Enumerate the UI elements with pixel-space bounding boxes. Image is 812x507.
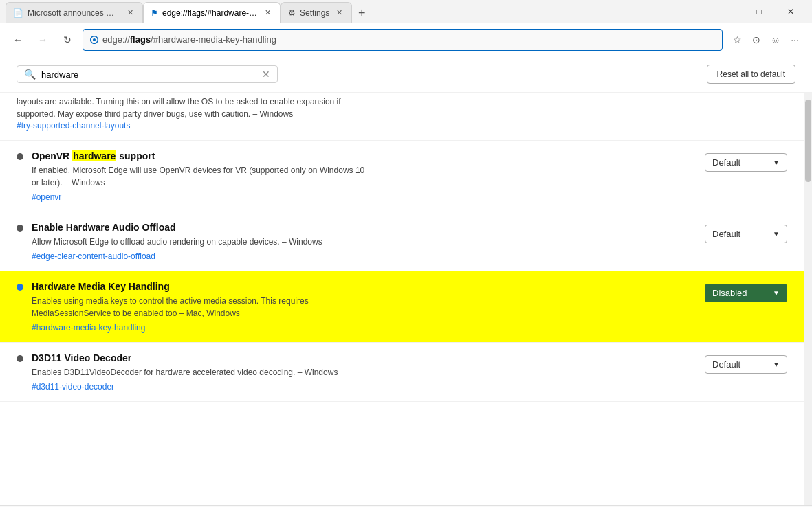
tab2-title: edge://flags/#hardware-media-k xyxy=(162,8,258,18)
flag-item-openvr: OpenVR hardware support If enabled, Micr… xyxy=(0,141,804,212)
address-bar: ← → ↻ edge://flags/#hardware-media-key-h… xyxy=(0,23,812,56)
tab2-close[interactable]: ✕ xyxy=(262,8,273,19)
back-button[interactable]: ← xyxy=(8,30,28,49)
scrollbar[interactable] xyxy=(804,93,812,505)
flag-name-openvr: OpenVR hardware support xyxy=(32,150,696,161)
tab-2[interactable]: ⚑ edge://flags/#hardware-media-k ✕ xyxy=(143,2,281,23)
tab3-close[interactable]: ✕ xyxy=(333,8,344,19)
flag-content-d3d11-video-decoder: D3D11 Video Decoder Enables D3D11VideoDe… xyxy=(32,352,696,392)
more-icon[interactable]: ··· xyxy=(786,31,804,49)
url-text: edge://flags/#hardware-media-key-handlin… xyxy=(102,34,716,45)
window-controls: ─ □ ✕ xyxy=(712,0,806,23)
search-bar-area: 🔍 ✕ Reset all to default xyxy=(0,56,812,93)
flag-dropdown-openvr-value: Default xyxy=(712,157,740,168)
flag-dot-hardware-media-key-handling xyxy=(17,284,23,291)
refresh-button[interactable]: ↻ xyxy=(58,30,77,49)
search-clear-icon[interactable]: ✕ xyxy=(262,69,270,80)
flag-dropdown-openvr[interactable]: Default ▼ xyxy=(705,153,787,172)
tab-1[interactable]: 📄 Microsoft announces major PC c ✕ xyxy=(6,2,143,23)
partial-item: layouts are available. Turning this on w… xyxy=(0,93,804,141)
tab3-icon: ⚙ xyxy=(288,8,296,18)
flag-dropdown-audio-offload-value: Default xyxy=(712,229,740,239)
flag-dot-d3d11-video-decoder xyxy=(17,355,23,362)
address-bar-icons: ☆ ⊙ ☺ ··· xyxy=(728,31,804,49)
search-icon: 🔍 xyxy=(24,69,36,80)
tab1-title: Microsoft announces major PC c xyxy=(28,8,120,18)
flags-list: layouts are available. Turning this on w… xyxy=(0,93,804,505)
tabs-area: 📄 Microsoft announces major PC c ✕ ⚑ edg… xyxy=(6,0,712,23)
person-icon[interactable]: ⊙ xyxy=(747,31,765,49)
title-bar: 📄 Microsoft announces major PC c ✕ ⚑ edg… xyxy=(0,0,812,23)
scrollbar-thumb[interactable] xyxy=(805,100,811,182)
flag-desc-d3d11-video-decoder: Enables D3D11VideoDecoder for hardware a… xyxy=(32,366,696,379)
flag-link-d3d11-video-decoder[interactable]: #d3d11-video-decoder xyxy=(32,382,114,392)
flag-link-audio-offload[interactable]: #edge-clear-content-audio-offload xyxy=(32,251,155,261)
flag-dropdown-hardware-media-key-handling[interactable]: Disabled ▼ xyxy=(705,284,787,302)
tab-3[interactable]: ⚙ Settings ✕ xyxy=(281,2,352,23)
flag-name-d3d11-video-decoder: D3D11 Video Decoder xyxy=(32,352,696,363)
new-tab-button[interactable]: + xyxy=(352,3,371,23)
address-input-area[interactable]: edge://flags/#hardware-media-key-handlin… xyxy=(83,29,723,51)
flag-desc-audio-offload: Allow Microsoft Edge to offload audio re… xyxy=(32,236,696,248)
search-input-wrapper: 🔍 ✕ xyxy=(17,65,278,83)
partial-text: layouts are available. Turning this on w… xyxy=(17,95,787,120)
flag-content-openvr: OpenVR hardware support If enabled, Micr… xyxy=(32,150,696,202)
flag-dropdown-hardware-media-key-handling-value: Disabled xyxy=(712,288,747,298)
flag-dropdown-d3d11-video-decoder[interactable]: Default ▼ xyxy=(705,355,787,374)
close-button[interactable]: ✕ xyxy=(775,0,806,23)
flag-control-audio-offload: Default ▼ xyxy=(705,225,787,243)
dropdown-arrow-audio-offload: ▼ xyxy=(773,230,780,238)
flag-control-hardware-media-key-handling: Disabled ▼ xyxy=(705,284,787,302)
tab2-icon: ⚑ xyxy=(151,8,158,18)
flag-dot-openvr xyxy=(17,153,23,160)
flag-control-d3d11-video-decoder: Default ▼ xyxy=(705,355,787,374)
edge-logo-icon xyxy=(89,34,100,45)
flag-name-highlight-openvr: hardware xyxy=(72,150,116,161)
tab1-close[interactable]: ✕ xyxy=(124,8,135,19)
tab1-icon: 📄 xyxy=(13,8,23,18)
flag-content-audio-offload: Enable Hardware Audio Offload Allow Micr… xyxy=(32,222,696,261)
flag-dropdown-d3d11-video-decoder-value: Default xyxy=(712,359,740,370)
flag-desc-openvr: If enabled, Microsoft Edge will use Open… xyxy=(32,164,696,189)
minimize-button[interactable]: ─ xyxy=(712,0,743,23)
dropdown-arrow-hardware-media-key-handling: ▼ xyxy=(773,289,780,297)
tab3-title: Settings xyxy=(300,8,329,18)
bookmark-icon[interactable]: ☆ xyxy=(728,31,746,49)
dropdown-arrow-openvr: ▼ xyxy=(773,159,780,166)
flag-desc-hardware-media-key-handling: Enables using media keys to control the … xyxy=(32,295,696,319)
flag-dot-audio-offload xyxy=(17,225,23,232)
flag-name-audio-offload: Enable Hardware Audio Offload xyxy=(32,222,696,233)
flag-item-audio-offload: Enable Hardware Audio Offload Allow Micr… xyxy=(0,212,804,271)
emoji-icon[interactable]: ☺ xyxy=(767,31,784,49)
flag-item-hardware-media-key-handling: Hardware Media Key Handling Enables usin… xyxy=(0,271,804,343)
flag-content-hardware-media-key-handling: Hardware Media Key Handling Enables usin… xyxy=(32,281,696,333)
dropdown-arrow-d3d11-video-decoder: ▼ xyxy=(773,361,780,368)
search-input[interactable] xyxy=(41,69,256,80)
partial-link[interactable]: #try-supported-channel-layouts xyxy=(17,121,130,131)
flag-item-d3d11-video-decoder: D3D11 Video Decoder Enables D3D11VideoDe… xyxy=(0,343,804,402)
forward-button[interactable]: → xyxy=(33,30,52,49)
flag-desc-highlight-d3d11: hardware xyxy=(156,368,190,377)
flag-dropdown-audio-offload[interactable]: Default ▼ xyxy=(705,225,787,243)
reset-all-button[interactable]: Reset all to default xyxy=(707,65,795,84)
flag-link-hardware-media-key-handling[interactable]: #hardware-media-key-handling xyxy=(32,323,145,333)
flag-link-openvr[interactable]: #openvr xyxy=(32,192,61,202)
flag-name-highlight-audio-offload: Hardware xyxy=(66,222,110,233)
main-content: layouts are available. Turning this on w… xyxy=(0,93,812,505)
maximize-button[interactable]: □ xyxy=(743,0,775,23)
flag-name-hardware-media-key-handling: Hardware Media Key Handling xyxy=(32,281,696,292)
flag-control-openvr: Default ▼ xyxy=(705,153,787,172)
